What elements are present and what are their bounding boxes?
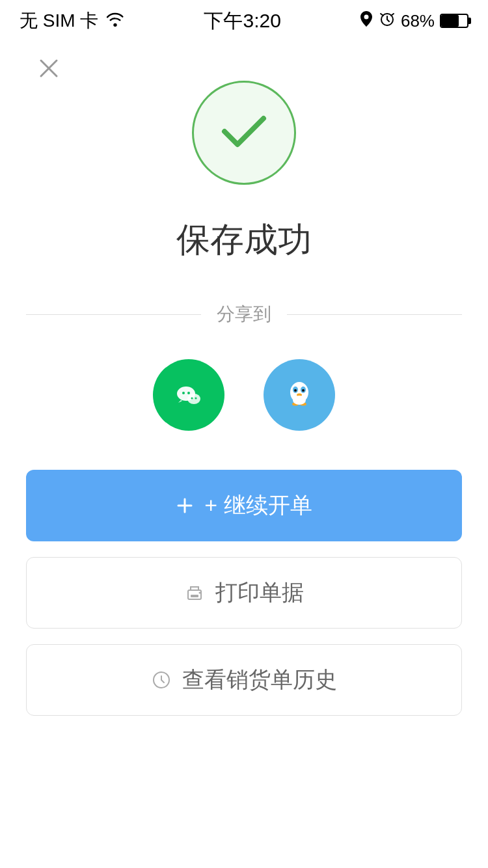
share-section: 分享到 — [0, 302, 488, 431]
status-time: 下午3:20 — [204, 8, 280, 34]
status-bar: 无 SIM 卡 下午3:20 68% — [0, 0, 488, 42]
qq-icon — [280, 375, 319, 414]
carrier-text: 无 SIM 卡 — [20, 8, 98, 33]
history-label: 查看销货单历史 — [182, 665, 337, 695]
continue-label: + 继续开单 — [204, 491, 312, 521]
svg-rect-21 — [191, 595, 198, 597]
wifi-icon — [105, 10, 126, 31]
alarm-icon — [379, 10, 396, 32]
success-circle — [192, 81, 296, 185]
plus-icon — [176, 496, 194, 515]
print-button[interactable]: 打印单据 — [26, 557, 462, 629]
history-icon — [151, 670, 172, 690]
close-button[interactable] — [33, 52, 65, 85]
share-divider: 分享到 — [26, 302, 462, 327]
svg-point-7 — [191, 398, 193, 400]
svg-point-12 — [294, 389, 297, 392]
continue-button[interactable]: + 继续开单 — [26, 470, 462, 541]
action-buttons: + 继续开单 打印单据 查看销货单历史 — [0, 470, 488, 716]
share-label: 分享到 — [201, 302, 287, 327]
svg-point-6 — [187, 392, 190, 394]
battery-icon — [440, 14, 468, 28]
svg-point-13 — [302, 389, 305, 392]
qq-share-button[interactable] — [264, 359, 335, 431]
svg-point-8 — [195, 398, 197, 400]
location-icon — [359, 10, 373, 32]
wechat-share-button[interactable] — [153, 359, 224, 431]
status-carrier: 无 SIM 卡 — [20, 8, 126, 33]
print-label: 打印单据 — [215, 578, 304, 608]
svg-point-5 — [182, 392, 185, 394]
svg-point-22 — [199, 592, 201, 594]
svg-point-4 — [187, 394, 200, 404]
status-right-icons: 68% — [359, 10, 468, 32]
battery-percent: 68% — [401, 11, 435, 31]
history-button[interactable]: 查看销货单历史 — [26, 644, 462, 716]
print-icon — [184, 582, 205, 603]
main-content: 保存成功 分享到 — [0, 42, 488, 716]
checkmark-icon — [215, 102, 273, 163]
svg-point-17 — [293, 396, 306, 405]
success-title: 保存成功 — [176, 217, 312, 263]
wechat-icon — [169, 375, 208, 414]
share-icons — [26, 359, 462, 431]
